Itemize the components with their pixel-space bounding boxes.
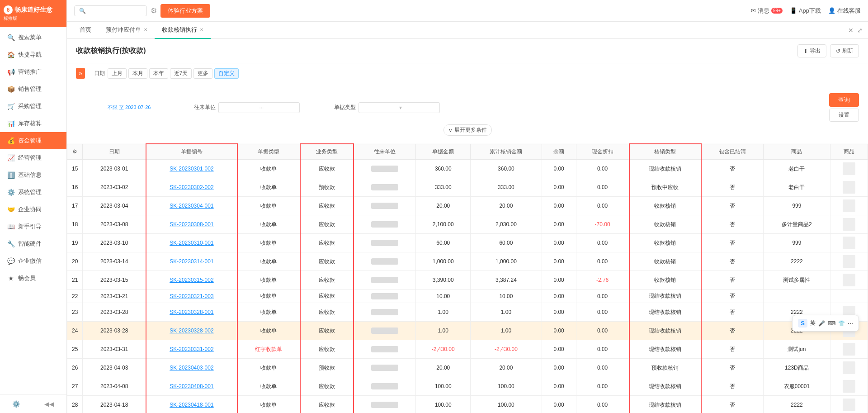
nav-icon-5: 📊 xyxy=(7,120,14,127)
cell-balance: 0.00 xyxy=(542,340,576,359)
cell-balance: 0.00 xyxy=(542,215,576,234)
doc-no-link[interactable]: SK-20230321-003 xyxy=(170,293,213,299)
doc-no-link[interactable]: SK-20230315-002 xyxy=(170,277,213,283)
filter-settings-button[interactable]: 设置 xyxy=(829,109,859,122)
expand-conditions-btn[interactable]: ∨ 展开更多条件 xyxy=(443,124,492,136)
settings-gear-icon[interactable]: ⚙ xyxy=(151,6,157,15)
sidebar-item-企业协同[interactable]: 🤝企业协同 xyxy=(0,201,66,218)
cell-biz-type: 预收款 xyxy=(300,178,354,197)
custom-date-btn[interactable]: 自定义 xyxy=(214,68,239,79)
th-settled: 包含已结清 xyxy=(701,144,764,160)
expand-tab-icon[interactable]: ⤢ xyxy=(857,27,863,34)
tab-receipt-verify[interactable]: 收款核销执行 ✕ xyxy=(155,22,211,39)
doc-no-link[interactable]: SK-20230314-001 xyxy=(170,258,213,265)
close-receipt-icon[interactable]: ✕ xyxy=(200,27,203,32)
this-month-btn[interactable]: 本月 xyxy=(128,68,147,79)
doc-no-link[interactable]: SK-20230310-001 xyxy=(170,240,213,246)
last-month-btn[interactable]: 上月 xyxy=(108,68,127,79)
floating-toolbar[interactable]: S 英 🎤 ⌨ 👕 ⋯ xyxy=(792,315,859,332)
cell-settled: 否 xyxy=(701,303,764,322)
refresh-button[interactable]: ↺ 刷新 xyxy=(830,44,859,57)
sidebar-item-资金管理[interactable]: 💰资金管理 xyxy=(0,132,66,149)
sidebar-item-搜索菜单[interactable]: 🔍搜索菜单 xyxy=(0,29,66,46)
filter-date-item: 日期 上月 本月 本年 近7天 更多 自定义 xyxy=(94,68,239,79)
shirt-icon[interactable]: 👕 xyxy=(838,320,845,327)
tabs-bar: 首页 预付冲应付单 ✕ 收款核销执行 ✕ ✕ ⤢ xyxy=(67,22,868,39)
tab-prepay[interactable]: 预付冲应付单 ✕ xyxy=(99,22,155,39)
cell-no: 17 xyxy=(67,197,83,215)
sidebar-item-快捷导航[interactable]: 🏠快捷导航 xyxy=(0,46,66,63)
keyboard-icon[interactable]: ⌨ xyxy=(828,320,835,327)
cell-date: 2023-03-21 xyxy=(83,290,146,303)
doc-no-link[interactable]: SK-20230301-002 xyxy=(170,166,213,172)
app-download-wrap[interactable]: 📱 App下载 xyxy=(790,7,821,15)
cell-settled: 否 xyxy=(701,290,764,303)
doc-no-link[interactable]: SK-20230418-001 xyxy=(170,402,213,408)
cell-product1: 123D商品 xyxy=(763,359,830,377)
last-7days-btn[interactable]: 近7天 xyxy=(170,68,192,79)
cell-acc-amount: 2,030.00 xyxy=(471,215,542,234)
sidebar-item-智能硬件[interactable]: 🔧智能硬件 xyxy=(0,235,66,252)
this-year-btn[interactable]: 本年 xyxy=(149,68,168,79)
sidebar-item-库存核算[interactable]: 📊库存核算 xyxy=(0,115,66,132)
cell-doc-type: 红字收款单 xyxy=(237,340,300,359)
cell-acc-amount: 100.00 xyxy=(471,377,542,396)
doc-no-link[interactable]: SK-20230302-002 xyxy=(170,184,213,190)
doc-no-link[interactable]: SK-20230304-001 xyxy=(170,203,213,209)
cell-verify-type: 现结收款核销 xyxy=(629,396,701,413)
sidebar-item-系统管理[interactable]: ⚙️系统管理 xyxy=(0,184,66,201)
close-tab-icon[interactable]: ✕ xyxy=(848,27,854,34)
more-icon[interactable]: ⋯ xyxy=(848,320,853,327)
sidebar-item-采购管理[interactable]: 🛒采购管理 xyxy=(0,98,66,115)
sidebar-item-营销推广[interactable]: 📢营销推广 xyxy=(0,63,66,81)
filter-vtype-select[interactable]: ▾ xyxy=(359,102,440,113)
cell-acc-amount: 1.00 xyxy=(471,303,542,322)
cell-biz-type: 应收款 xyxy=(300,322,354,340)
cell-balance: 0.00 xyxy=(542,396,576,413)
nav-label-5: 库存核算 xyxy=(18,119,42,128)
cell-amount: 1.00 xyxy=(416,322,471,340)
sidebar-item-销售管理[interactable]: 📦销售管理 xyxy=(0,81,66,98)
cell-amount: 1,000.00 xyxy=(416,252,471,271)
doc-no-link[interactable]: SK-20230328-001 xyxy=(170,309,213,315)
doc-no-link[interactable]: SK-20230328-002 xyxy=(170,328,213,334)
filter-row: » 日期 上月 本月 本年 近7天 更多 自定义 不限 至 2023-07-26 xyxy=(76,68,859,122)
sidebar-item-畅会员[interactable]: ★畅会员 xyxy=(0,270,66,287)
cell-discount: 0.00 xyxy=(576,359,629,377)
mic-icon[interactable]: 🎤 xyxy=(818,320,825,327)
search-input[interactable] xyxy=(88,8,142,14)
filter-toggle-button[interactable]: » xyxy=(76,68,85,79)
doc-no-link[interactable]: SK-20230308-001 xyxy=(170,221,213,228)
cell-no: 27 xyxy=(67,377,83,396)
cell-settled: 否 xyxy=(701,340,764,359)
collapse-icon[interactable]: ◀◀ xyxy=(44,400,54,408)
messages-wrap[interactable]: ✉ 消息 99+ xyxy=(751,7,783,15)
sidebar-item-企业微信[interactable]: 💬企业微信 xyxy=(0,252,66,270)
more-date-btn[interactable]: 更多 xyxy=(193,68,212,79)
industry-solution-button[interactable]: 体验行业方案 xyxy=(160,4,210,18)
app-name: 畅康道好生意 xyxy=(14,6,52,14)
sidebar-item-新手引导[interactable]: 📖新手引导 xyxy=(0,218,66,235)
online-service-wrap[interactable]: 👤 在线客服 xyxy=(828,7,861,15)
settings-icon[interactable]: ⚙️ xyxy=(12,400,20,408)
cell-acc-amount: 333.00 xyxy=(471,178,542,197)
cell-biz-type: 应收款 xyxy=(300,252,354,271)
main-area: 🔍 ⚙ 体验行业方案 ✉ 消息 99+ 📱 App下载 👤 在线客服 xyxy=(67,0,868,413)
cell-amount: 20.00 xyxy=(416,197,471,215)
cell-date: 2023-03-15 xyxy=(83,271,146,290)
tab-home[interactable]: 首页 xyxy=(72,22,99,39)
export-button[interactable]: ⬆ 导出 xyxy=(797,44,826,57)
cell-no: 20 xyxy=(67,252,83,271)
query-button[interactable]: 查询 xyxy=(829,93,859,107)
cell-discount: 0.00 xyxy=(576,178,629,197)
sidebar-item-基础信息[interactable]: ℹ️基础信息 xyxy=(0,166,66,184)
doc-no-link[interactable]: SK-20230408-001 xyxy=(170,383,213,389)
cell-settled: 否 xyxy=(701,178,764,197)
doc-no-link[interactable]: SK-20230331-002 xyxy=(170,346,213,352)
topbar-search-box[interactable]: 🔍 xyxy=(74,5,147,16)
doc-no-link[interactable]: SK-20230403-002 xyxy=(170,365,213,371)
sidebar-item-经营管理[interactable]: 📈经营管理 xyxy=(0,149,66,166)
close-prepay-icon[interactable]: ✕ xyxy=(144,27,147,32)
filter-party-input[interactable]: ··· xyxy=(218,102,300,113)
cell-date: 2023-03-28 xyxy=(83,322,146,340)
